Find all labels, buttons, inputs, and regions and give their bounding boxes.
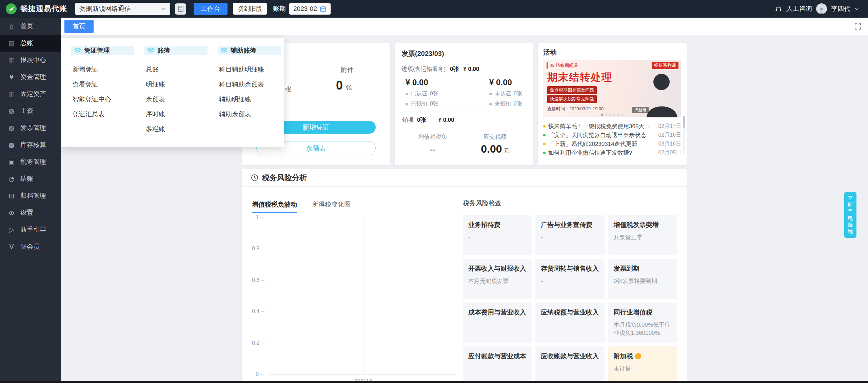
activity-item[interactable]: 快来薅羊毛！一键报税免费使用365天... 02月17日 (543, 122, 681, 131)
company-select[interactable]: 勿删新锐网络通信 (75, 3, 170, 15)
sidebar-item-label: 资金管理 (20, 73, 46, 81)
dot-icon (406, 93, 408, 95)
x-tick: 202112 (350, 379, 377, 381)
risk-card[interactable]: 广告与业务宣传费 - (535, 215, 604, 255)
menu-item[interactable]: 辅助余额表 (218, 107, 281, 122)
sidebar-item-funds[interactable]: ¥ 资金管理 (0, 69, 61, 85)
workbench-button[interactable]: 工作台 (194, 3, 228, 15)
sidebar-item-guide[interactable]: ▷ 新手引导 (0, 221, 61, 238)
menu-item[interactable]: 凭证汇总表 (71, 107, 134, 122)
period-picker[interactable]: 2023-02 (289, 3, 331, 15)
input-amount: ¥ 0.00 (463, 66, 479, 72)
invoice-card: 发票(2023/03) 进项(含运输服务) 0张 ¥ 0.00 ¥ 0.00 已… (395, 43, 533, 165)
sidebar-item-inventory[interactable]: ▩ 库存核算 (0, 136, 61, 153)
menu-item[interactable]: 多栏账 (144, 122, 208, 137)
sidebar-item-member[interactable]: V 畅会员 (0, 238, 61, 255)
menu-item[interactable]: 新增凭证 (71, 62, 134, 77)
dot-icon (406, 103, 408, 106)
sidebar-item-label: 报表中心 (20, 56, 46, 64)
menu-item[interactable]: 余额表 (144, 92, 208, 107)
risk-card[interactable]: 开票收入与财报收入 本月无销项发票 (463, 259, 532, 299)
tab-home[interactable]: 首页 (64, 20, 94, 33)
risk-card[interactable]: 发票到期 0张发票将要到期 (608, 259, 677, 299)
uncertified-amount: ¥ 0.00 (489, 78, 522, 87)
risk-card[interactable]: 存货周转与销售收入 - (535, 259, 604, 299)
sidebar-item-payroll[interactable]: ▧ 工资 (0, 102, 61, 119)
period-value: 2023-02 (293, 5, 317, 13)
risk-card-surtax[interactable]: 附加税 ! 未计提 (608, 346, 677, 381)
scrollbar-track[interactable] (683, 116, 685, 154)
top-bar: 畅捷通易代账 勿删新锐网络通信 工作台 切到旧版 账期 2023-02 人工咨询… (0, 0, 868, 18)
ledger-icon: ▤ (7, 39, 16, 47)
tab-vat-fluctuation[interactable]: 增值税税负波动 (252, 200, 297, 213)
sidebar-item-fixed-assets[interactable]: ▦ 固定资产 (0, 85, 61, 102)
attachment-unit: 张 (346, 83, 352, 92)
chart-gridline (363, 218, 364, 374)
sidebar-item-label: 设置 (20, 208, 33, 217)
tab-bar: 首页 (61, 18, 868, 35)
user-menu-chevron-icon[interactable] (854, 6, 859, 11)
risk-card[interactable]: 应收账款与营业收入 - (535, 346, 604, 381)
stat-deducted: 已抵扣 0张 (406, 100, 438, 108)
risk-card[interactable]: 应纳税额与营业收入 - (535, 303, 604, 343)
sidebar-item-home[interactable]: ⌂ 首页 (0, 18, 61, 35)
activity-item[interactable]: 如何利用企业微信快速下发数据? 02月05日 (543, 148, 681, 157)
sidebar-item-invoice[interactable]: ▨ 发票管理 (0, 119, 61, 136)
tab-income-tax-change[interactable]: 所得税变化图 (312, 200, 351, 213)
report-icon: ▥ (7, 56, 16, 64)
banner-pill-1: 盘点税期四类高发问题 (547, 86, 597, 94)
risk-card[interactable]: 同行业增值税 本月税负0.00%低于行业税负1.360000% (608, 303, 677, 343)
y-tick: 1 (252, 214, 263, 221)
menu-item[interactable]: 序时账 (144, 107, 208, 122)
sidebar-item-closing[interactable]: ◔ 结账 (0, 170, 61, 187)
risk-card[interactable]: 成本费用与营业收入 - (463, 303, 532, 343)
invoice-card-title: 发票(2023/03) (401, 49, 526, 58)
risk-card[interactable]: 应付账款与营业成本 - (463, 346, 532, 381)
menu-column-auxiliary-header: 辅助账簿 (218, 46, 281, 55)
activity-item[interactable]: 「上新」易代账20230314迭代更新 03月16日 (543, 139, 681, 148)
company-select-value: 勿删新锐网络通信 (79, 4, 131, 13)
sidebar-item-reports[interactable]: ▥ 报表中心 (0, 52, 61, 69)
member-icon: V (7, 243, 16, 251)
voucher-count-unit-partial: 张 (285, 85, 292, 94)
fullscreen-icon[interactable] (854, 22, 862, 31)
activity-item[interactable]: 「安全」关闭浏览器自动退出登录状态 02月16日 (543, 131, 681, 139)
menu-item[interactable]: 总账 (144, 62, 208, 77)
menu-item[interactable]: 明细账 (144, 77, 208, 92)
sidebar-item-tax[interactable]: ▣ 税务管理 (0, 153, 61, 170)
activity-banner[interactable]: 03 结账期间课 畅捷系列课 期末结转处理 盘点税期四类高发问题 快速解决税期常… (543, 60, 681, 117)
banner-pagination-dots[interactable] (601, 114, 624, 116)
fixed-assets-icon: ▦ (7, 90, 16, 98)
sidebar-item-archive[interactable]: ⊡ 归档管理 (0, 187, 61, 204)
sidebar-item-settings[interactable]: ⊕ 设置 (0, 204, 61, 221)
closing-icon: ◔ (7, 175, 16, 183)
risk-card[interactable]: 业务招待费 - (463, 215, 532, 255)
menu-item[interactable]: 科目辅助余额表 (218, 77, 281, 92)
switch-old-version-button[interactable]: 切到旧版 (233, 3, 267, 15)
menu-item[interactable]: 科目辅助明细账 (218, 62, 281, 77)
bullet-icon (543, 125, 546, 128)
sidebar-item-label: 畅会员 (20, 242, 40, 251)
attachment-count: 0 张 (336, 78, 352, 93)
desktop-client-button[interactable]: 电脑端 (844, 212, 856, 238)
activity-list: 快来薅羊毛！一键报税免费使用365天... 02月17日 「安全」关闭浏览器自动… (543, 122, 681, 157)
avatar[interactable] (816, 3, 827, 14)
sidebar-item-label: 归档管理 (20, 191, 46, 200)
username[interactable]: 李四代 (831, 4, 850, 13)
menu-item[interactable]: 智能凭证中心 (71, 92, 134, 107)
home-icon: ⌂ (7, 22, 16, 30)
brand-leaf-icon (5, 3, 17, 15)
payroll-icon: ▧ (7, 107, 16, 115)
y-tick: 0.2 (252, 340, 263, 346)
menu-item[interactable]: 辅助明细账 (218, 92, 281, 107)
sidebar-item-label: 固定资产 (20, 90, 46, 98)
activity-card: 活动 03 结账期间课 畅捷系列课 期末结转处理 盘点税期四类高发问题 快速解决… (538, 43, 687, 165)
banner-tag: 03 结账期间课 (547, 62, 578, 69)
menu-item[interactable]: 查看凭证 (71, 77, 134, 92)
risk-card[interactable]: 增值税发票突增 开票量正常 (608, 215, 677, 255)
account-book-icon[interactable] (175, 3, 186, 15)
sidebar-item-label: 税务管理 (20, 157, 46, 166)
support-link[interactable]: 人工咨询 (786, 4, 812, 13)
sidebar-item-general-ledger[interactable]: ▤ 总账 (0, 35, 61, 52)
scrollbar-thumb[interactable] (683, 116, 685, 128)
